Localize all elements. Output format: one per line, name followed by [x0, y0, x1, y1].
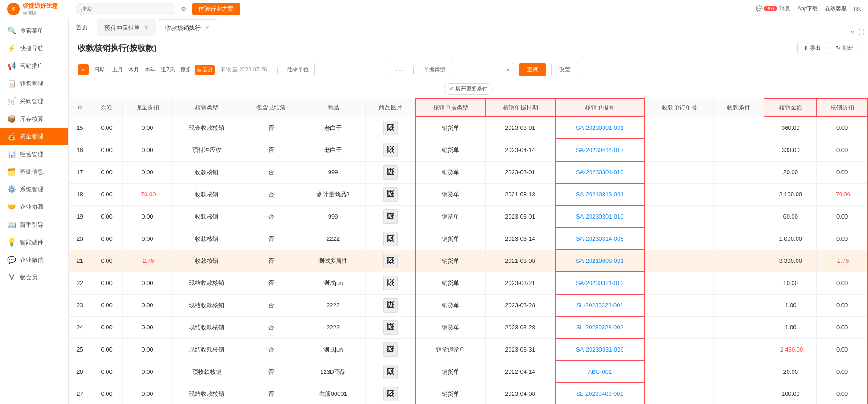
sidebar-item-quick[interactable]: ⚡ 快捷导航: [0, 39, 68, 57]
date-last-month[interactable]: 上月: [110, 65, 125, 75]
tab-prepay-close[interactable]: ✕: [144, 25, 148, 31]
td-cancel-doc-no[interactable]: SA-20230414-017: [555, 139, 645, 161]
td-include-settled: 否: [241, 294, 301, 316]
cancel-doc-no-link[interactable]: SA-20230301-010: [576, 213, 624, 220]
sidebar-item-collaboration[interactable]: 🤝 企业协同: [0, 198, 68, 216]
industry-solution-button[interactable]: 体验行业方案: [192, 3, 240, 15]
date-range-display: 不限 至 2023-07-26: [220, 66, 267, 74]
td-cancel-doc-no[interactable]: SL-20230328-001: [555, 294, 645, 316]
td-cancel-doc-no[interactable]: SA-20210808-001: [555, 250, 645, 272]
td-cancel-doc-no[interactable]: SA-20230301-001: [555, 117, 645, 139]
app-download-link[interactable]: App下载: [797, 5, 818, 13]
refresh-icon: ↻: [836, 45, 840, 51]
td-receipt-condition: [714, 228, 764, 250]
date-7-days[interactable]: 近7天: [159, 65, 177, 75]
cancel-doc-no-link[interactable]: SA-20210813-001: [576, 191, 624, 198]
online-service-link[interactable]: 在线客服: [825, 5, 847, 13]
cancel-doc-no-link[interactable]: SA-20210808-001: [576, 257, 624, 264]
tab-home[interactable]: 首页: [69, 19, 95, 36]
td-cancel-doc-type: 销货单: [416, 361, 486, 383]
td-cancel-doc-no[interactable]: SA-20230331-026: [555, 338, 645, 361]
td-cancel-doc-date: 2023-03-28: [486, 316, 555, 338]
td-cancel-doc-no[interactable]: SA-20230301-010: [555, 205, 645, 228]
date-this-year[interactable]: 本年: [143, 65, 157, 75]
td-receipt-order-no: [645, 139, 714, 161]
td-balance: 0.00: [91, 383, 123, 404]
settings-button[interactable]: 设置: [551, 63, 578, 76]
search-input[interactable]: [76, 3, 175, 15]
cancel-doc-no-link[interactable]: SL-20230328-002: [576, 324, 623, 331]
user-name[interactable]: Rit: [854, 6, 861, 12]
sidebar-item-search[interactable]: 🔍 搜索菜单: [0, 22, 68, 39]
query-button[interactable]: 查询: [519, 63, 546, 76]
export-button[interactable]: ⬆ 导出: [797, 42, 826, 54]
from-unit-input[interactable]: [314, 63, 390, 76]
sidebar-item-finance[interactable]: 💰 资金管理: [0, 128, 68, 145]
sidebar-item-purchase[interactable]: 🛒 采购管理: [0, 92, 68, 110]
td-cancel-doc-no[interactable]: SA-20230321-012: [555, 272, 645, 294]
sidebar-label-system: 系统管理: [20, 185, 43, 194]
receipt-type-select[interactable]: [451, 63, 514, 76]
sidebar-item-member[interactable]: V 畅会员: [0, 269, 68, 286]
sidebar-item-operations[interactable]: 📊 经营管理: [0, 145, 68, 163]
settings-icon[interactable]: ⚙: [181, 5, 187, 13]
tab-receipt-cancel[interactable]: 收款核销执行 ✕: [158, 19, 217, 36]
sidebar-item-inventory[interactable]: 📦 库存核算: [0, 110, 68, 128]
td-cancel-doc-no[interactable]: SL-20230408-001: [555, 383, 645, 404]
td-receipt-order-no: [645, 294, 714, 316]
td-cash-discount: 0.00: [123, 228, 173, 250]
tab-close-all-icon[interactable]: ✕: [850, 29, 855, 36]
sidebar-item-basic[interactable]: 🗂️ 基础信息: [0, 163, 68, 181]
from-unit-label: 往来单位: [287, 66, 309, 74]
sidebar-item-wechat[interactable]: 💬 企业微信: [0, 251, 68, 269]
td-cancel-doc-no[interactable]: ABC-001: [555, 361, 645, 383]
td-cancel-doc-no[interactable]: SA-20230314-008: [555, 228, 645, 250]
cancel-doc-no-link[interactable]: SA-20230301-010: [576, 169, 624, 176]
td-goods: 123D商品: [301, 361, 365, 383]
td-cancel-doc-date: 2023-04-14: [486, 139, 555, 161]
refresh-button[interactable]: ↻ 刷新: [830, 42, 859, 54]
table-row: 27 0.00 0.00 现结收款核销 否 衣服00001 🖼 销货单 2023…: [69, 383, 868, 404]
cancel-doc-no-link[interactable]: SA-20230301-001: [576, 124, 624, 131]
td-cash-discount: 0.00: [123, 139, 173, 161]
filter-expand-button[interactable]: »: [78, 64, 89, 75]
td-goods: 2222: [301, 316, 365, 338]
expand-more-button[interactable]: ∨ 展开更多条件: [444, 83, 492, 95]
table-row: 15 0.00 0.00 现金收款核销 否 老白干 🖼 销货单 2023-03-…: [69, 117, 868, 139]
td-cash-discount: 0.00: [123, 361, 173, 383]
sidebar-item-guide[interactable]: 📖 新手引导: [0, 216, 68, 233]
receipt-type-label: 单据类型: [424, 66, 445, 74]
cancel-doc-no-link[interactable]: SA-20230414-017: [576, 147, 624, 153]
td-cancel-doc-no[interactable]: SA-20210813-001: [555, 183, 645, 205]
td-cancel-doc-no[interactable]: SA-20230301-010: [555, 161, 645, 183]
th-cancel-doc-type: 核销单据类型: [416, 99, 486, 117]
sidebar-item-sales[interactable]: 📋 销售管理: [0, 75, 68, 92]
td-cancel-amount: 10.00: [764, 272, 816, 294]
td-cancel-doc-no[interactable]: SL-20230328-002: [555, 316, 645, 338]
tab-receipt-cancel-close[interactable]: ✕: [205, 25, 209, 31]
td-row-id: 21: [69, 250, 91, 272]
tab-maximize-icon[interactable]: ⛶: [859, 29, 864, 36]
td-goods-img: 🖼: [365, 294, 415, 316]
cancel-doc-no-link[interactable]: SL-20230328-001: [576, 302, 623, 309]
sidebar-item-marketing[interactable]: 📢 营销推广: [0, 57, 68, 75]
cancel-doc-no-link[interactable]: ABC-001: [588, 368, 612, 375]
notification-area[interactable]: 💬 99+ 消息: [756, 5, 790, 13]
cancel-doc-no-link[interactable]: SL-20230408-001: [576, 390, 623, 397]
th-include-settled: 包含已结清: [241, 99, 301, 117]
td-receipt-order-no: [645, 250, 714, 272]
td-receipt-condition: [714, 272, 764, 294]
table-row: 26 0.00 0.00 预收款核销 否 123D商品 🖼 销货单 2022-0…: [69, 361, 868, 383]
sidebar-label-marketing: 营销推广: [20, 62, 43, 70]
date-custom[interactable]: 自定义: [195, 65, 215, 75]
date-this-month[interactable]: 本月: [127, 65, 141, 75]
tab-prepay[interactable]: 预付冲应付单 ✕: [97, 19, 156, 36]
td-goods: 老白干: [301, 117, 365, 139]
date-more[interactable]: 更多: [179, 65, 193, 75]
cancel-doc-no-link[interactable]: SA-20230321-012: [576, 280, 624, 286]
td-include-settled: 否: [241, 383, 301, 404]
sidebar-item-system[interactable]: ⚙️ 系统管理: [0, 181, 68, 198]
cancel-doc-no-link[interactable]: SA-20230314-008: [576, 235, 624, 242]
cancel-doc-no-link[interactable]: SA-20230331-026: [576, 346, 624, 353]
sidebar-item-hardware[interactable]: 💡 智能硬件: [0, 233, 68, 251]
